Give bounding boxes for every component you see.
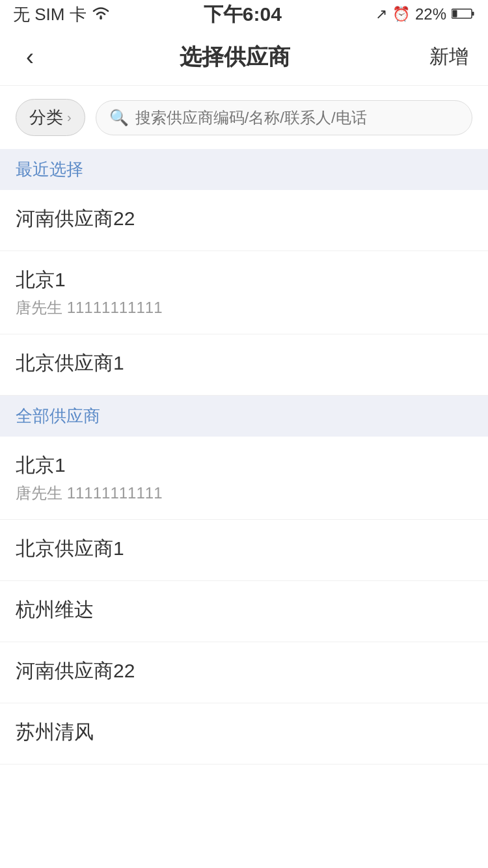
category-button[interactable]: 分类 ›: [16, 99, 85, 136]
recent-section-header: 最近选择: [0, 149, 488, 190]
list-item[interactable]: 北京供应商1: [0, 520, 488, 581]
item-name: 苏州清风: [16, 719, 472, 746]
status-time: 下午6:04: [204, 1, 282, 28]
search-icon: 🔍: [109, 109, 129, 127]
battery-text: 22%: [415, 5, 446, 23]
category-label: 分类: [29, 106, 63, 129]
page-title: 选择供应商: [180, 42, 290, 72]
list-item[interactable]: 河南供应商22: [0, 642, 488, 703]
chevron-right-icon: ›: [67, 110, 72, 125]
wifi-icon: [92, 5, 110, 25]
nav-bar: ‹ 选择供应商 新增: [0, 29, 488, 86]
list-item[interactable]: 北京供应商1: [0, 334, 488, 396]
add-button[interactable]: 新增: [429, 44, 468, 70]
list-item[interactable]: 河南供应商22: [0, 190, 488, 251]
filter-bar: 分类 › 🔍: [0, 86, 488, 149]
recent-section-title: 最近选择: [16, 159, 83, 179]
no-sim-text: 无 SIM 卡: [13, 3, 87, 26]
item-name: 北京供应商1: [16, 536, 472, 562]
list-item[interactable]: 北京1唐先生 11111111111: [0, 251, 488, 334]
back-button[interactable]: ‹: [20, 37, 40, 77]
item-name: 北京1: [16, 452, 472, 479]
item-name: 杭州维达: [16, 597, 472, 623]
svg-rect-3: [452, 10, 457, 18]
item-name: 北京1: [16, 267, 472, 293]
list-item[interactable]: 北京1唐先生 11111111111: [0, 437, 488, 520]
search-input[interactable]: [135, 109, 459, 127]
item-name: 北京供应商1: [16, 350, 472, 377]
list-item[interactable]: 苏州清风: [0, 703, 488, 765]
svg-point-0: [100, 17, 102, 20]
status-right: ↗ ⏰ 22%: [375, 5, 475, 23]
svg-rect-2: [472, 12, 474, 16]
list-item[interactable]: 杭州维达: [0, 581, 488, 642]
location-icon: ↗: [375, 6, 387, 23]
battery-icon: [452, 5, 475, 23]
search-box[interactable]: 🔍: [96, 100, 472, 135]
alarm-icon: ⏰: [392, 6, 410, 23]
all-list: 北京1唐先生 11111111111北京供应商1杭州维达河南供应商22苏州清风: [0, 437, 488, 765]
item-detail: 唐先生 11111111111: [16, 483, 472, 504]
all-section-header: 全部供应商: [0, 396, 488, 437]
item-name: 河南供应商22: [16, 206, 472, 232]
status-bar: 无 SIM 卡 下午6:04 ↗ ⏰ 22%: [0, 0, 488, 29]
item-detail: 唐先生 11111111111: [16, 297, 472, 318]
recent-list: 河南供应商22北京1唐先生 11111111111北京供应商1: [0, 190, 488, 396]
status-left: 无 SIM 卡: [13, 3, 110, 26]
all-section-title: 全部供应商: [16, 406, 100, 426]
item-name: 河南供应商22: [16, 658, 472, 685]
